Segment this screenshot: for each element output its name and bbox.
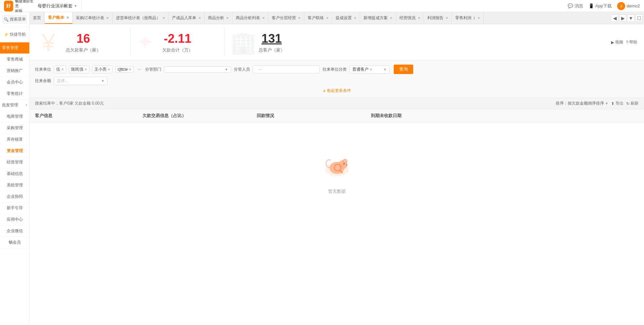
sidebar-item-retail-mall[interactable]: 零售商城 (0, 54, 29, 65)
svg-point-4 (344, 160, 346, 162)
remainder-select[interactable]: 选择... ▼ (54, 77, 108, 85)
sidebar-item-retail-stats[interactable]: 零售统计 (0, 88, 29, 100)
stat-total-debt-amount: ✦ -2.11 欠款合计（万） (130, 28, 224, 57)
stat-value-debt-amount: -2.11 (164, 31, 191, 46)
content-area: 首页 客户账本 ✕ 采购订单统计表 ✕ 进货单统计表（按商品） ✕ 产成品入库单… (30, 12, 644, 325)
remove-tag-cjttcw[interactable]: ✕ (129, 68, 131, 71)
sidebar-item-enterprise[interactable]: 企业协同 (0, 191, 29, 203)
chevron-down-icon: ▼ (225, 68, 228, 71)
dept-label: 分管部门 (145, 67, 161, 72)
message-button[interactable]: 💬 消息 (568, 3, 583, 9)
user-menu[interactable]: d demo2 (617, 2, 640, 10)
sidebar-item-newbie[interactable]: 新手引导 (0, 203, 29, 214)
search-menu-button[interactable]: 🔍 搜索菜单 (2, 15, 27, 24)
play-icon: ▶ (611, 40, 614, 45)
tab-close-icon[interactable]: ✕ (106, 16, 109, 20)
svg-point-7 (346, 165, 347, 166)
tab-incoming-stats[interactable]: 进货单统计表（按商品） ✕ (113, 12, 169, 24)
chevron-down-icon: ▼ (605, 102, 608, 105)
col-header-due: 到期未收款日期 (371, 113, 639, 119)
sidebar: 🔍 搜索菜单 ⚡ 快捷导航 零售管理 ▾ 零售商城 营销推广 会员中心 零售统计 (0, 12, 30, 325)
sidebar-item-operations[interactable]: 经营管理 (0, 157, 29, 168)
export-icon: ⬆ (611, 101, 614, 106)
tab-profit-report[interactable]: 利润报告 ✕ (424, 12, 452, 24)
results-bar: 搜索结果中，客户0家 欠款金额 0.00元 排序：按欠款金额倒序排序 ▼ ⬆ 导… (30, 98, 644, 109)
app-download-button[interactable]: 📱 App下载 (589, 3, 612, 9)
sidebar-item-sys-mgmt[interactable]: 系统管理 (0, 180, 29, 191)
tab-close-icon[interactable]: ✕ (298, 16, 301, 20)
tab-product-analysis-list[interactable]: 商品分析列表 ✕ (232, 12, 268, 24)
filter-tag-wu: 伍 ✕ (54, 66, 66, 73)
query-button[interactable]: 查询 (394, 65, 413, 74)
sidebar-item-label: 企业协同 (7, 194, 23, 200)
tab-promotion-settings[interactable]: 提成设置 ✕ (332, 12, 360, 24)
tab-cost-inbound[interactable]: 产成品入库单 ✕ (169, 12, 205, 24)
dept-select[interactable]: ▼ (164, 66, 231, 73)
sort-button[interactable]: 排序：按欠款金额倒序排序 ▼ (556, 101, 608, 106)
sidebar-item-batch-mgmt[interactable]: 批发管理 ▾ (0, 100, 29, 111)
sidebar-item-member-center[interactable]: 会员中心 (0, 77, 29, 88)
sidebar-item-label: 电商管理 (7, 114, 23, 119)
remove-tag-wang[interactable]: ✕ (108, 68, 110, 71)
tab-close-icon[interactable]: ✕ (162, 16, 165, 20)
sidebar-item-finance[interactable]: 资金管理 (0, 145, 29, 157)
building-background-icon: 🏢 (230, 30, 257, 55)
tab-scroll-right-button[interactable]: ▶ (619, 14, 627, 22)
help-button[interactable]: ? 帮助 (626, 39, 637, 45)
sidebar-item-vip-member[interactable]: 畅会员 (0, 237, 29, 248)
sidebar-item-retail-mgmt[interactable]: 零售管理 ▾ (0, 42, 29, 54)
sidebar-item-ecommerce[interactable]: 电商管理 (0, 111, 29, 122)
tab-scroll-left-button[interactable]: ◀ (611, 14, 618, 22)
collapse-button[interactable]: ∧ 收起更多条件 (323, 88, 351, 94)
tab-product-analysis[interactable]: 商品分析 ✕ (205, 12, 232, 24)
remove-category-tag[interactable]: ✕ (370, 68, 372, 71)
stats-bar: ¥ 16 总欠款客户（家） ✦ -2.11 欠款合计（万） 🏢 131 总客户（… (30, 24, 644, 61)
tab-retail-profit[interactable]: 零售利润（ ✕ (452, 12, 484, 24)
tab-close-icon[interactable]: ✕ (390, 16, 392, 20)
tab-close-icon[interactable]: ✕ (354, 16, 356, 20)
tab-customer-contact[interactable]: 客户联络 ✕ (304, 12, 332, 24)
tab-customer-book[interactable]: 客户账本 ✕ (45, 12, 73, 24)
quick-nav-area: ⚡ 快捷导航 (0, 27, 29, 42)
tab-customer-segment[interactable]: 客户分层经营 ✕ (268, 12, 304, 24)
sidebar-item-app-center[interactable]: 应用中心 (0, 214, 29, 225)
tab-operations-status[interactable]: 经营情况 ✕ (396, 12, 424, 24)
sidebar-item-label: 企业微信 (7, 228, 23, 234)
tab-close-icon[interactable]: ✕ (418, 16, 420, 20)
remove-tag-chen[interactable]: ✕ (84, 68, 87, 71)
sidebar-item-enterprise-wechat[interactable]: 企业微信 (0, 225, 29, 237)
quick-nav-button[interactable]: ⚡ 快捷导航 (2, 30, 27, 39)
tab-close-icon[interactable]: ✕ (198, 16, 201, 20)
video-button[interactable]: ▶ 视频 (611, 39, 623, 45)
tab-close-icon[interactable]: ✕ (326, 16, 329, 20)
export-button[interactable]: ⬆ 导出 (611, 101, 624, 106)
company-selector[interactable]: 母婴行业演示帐套 ▼ (34, 0, 82, 12)
sidebar-item-basic-info[interactable]: 基础信息 (0, 168, 29, 180)
tab-menu-button[interactable]: ▼ (627, 14, 635, 22)
select-dots-icon: ··· (257, 67, 264, 72)
tab-maximize-button[interactable]: ☐ (635, 14, 643, 22)
svg-point-6 (344, 164, 344, 164)
download-icon: 📱 (589, 3, 594, 8)
tab-close-icon[interactable]: ✕ (226, 16, 229, 20)
unit-category-select[interactable]: 普通客户 ✕ ▼ (349, 65, 390, 74)
tab-new-achievement[interactable]: 新增提成方案 ✕ (360, 12, 396, 24)
refresh-button[interactable]: ↻ 刷新 (626, 101, 639, 106)
remove-tag-wu[interactable]: ✕ (61, 68, 64, 71)
person-select[interactable]: ··· (253, 65, 320, 73)
tab-purchase-order[interactable]: 采购订单统计表 ✕ (73, 12, 113, 24)
more-tags-button[interactable]: ··· (136, 66, 142, 72)
tab-home[interactable]: 首页 (30, 12, 45, 24)
collapse-row: ∧ 收起更多条件 (35, 88, 639, 94)
results-summary: 搜索结果中，客户0家 欠款金额 0.00元 (35, 101, 104, 106)
tab-close-icon[interactable]: ✕ (262, 16, 265, 20)
sidebar-item-marketing[interactable]: 营销推广 (0, 65, 29, 77)
stat-value-debt-customers: 16 (77, 31, 90, 46)
sidebar-item-purchase[interactable]: 采购管理 (0, 122, 29, 134)
tab-close-icon[interactable]: ✕ (66, 16, 69, 20)
yuan-background-icon: ¥ (42, 29, 55, 56)
tab-close-icon[interactable]: ✕ (477, 16, 480, 20)
empty-state: 暂无数据 (30, 122, 644, 221)
sidebar-item-inventory[interactable]: 库存核算 (0, 134, 29, 145)
tab-close-icon[interactable]: ✕ (445, 16, 448, 20)
